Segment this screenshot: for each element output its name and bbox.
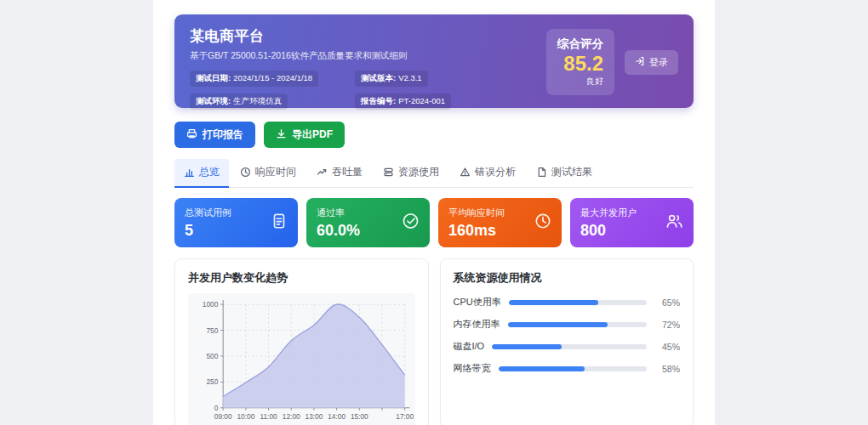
resource-usage-card: 系统资源使用情况 CPU使用率 65% 内存使用率 72% 磁盘I/O 45% [440,258,694,425]
resource-label: 网络带宽 [454,362,491,375]
tab-test-results[interactable]: 测试结果 [527,159,602,188]
svg-text:1000: 1000 [203,300,219,309]
resource-usage-title: 系统资源使用情况 [454,270,681,286]
resource-row-cpu: CPU使用率 65% [454,296,681,309]
export-pdf-label: 导出PDF [292,128,333,142]
progress-fill [499,366,585,371]
score-grade: 良好 [557,76,603,88]
page-title: 某电商平台 [190,26,451,46]
trend-chart-plot: 0250500750100009:0010:0011:0012:0013:001… [188,293,415,425]
resource-label: CPU使用率 [454,296,501,309]
report-header-left: 某电商平台 基于GB/T 25000.51-2016软件产品质量要求和测试细则 … [190,26,451,98]
svg-text:10:00: 10:00 [237,412,254,421]
warning-icon [460,167,471,178]
file-icon [536,167,547,178]
printer-icon [186,128,197,142]
progress-fill [492,344,562,349]
stat-total-cases: 总测试用例 5 [174,198,298,247]
stat-cards: 总测试用例 5 通过率 60.0% 平均响应时间 160ms 最大并发用户 80… [174,198,694,247]
tab-label: 总览 [199,165,220,179]
svg-text:12:00: 12:00 [283,412,300,421]
trend-chart-title: 并发用户数变化趋势 [188,270,415,286]
badge-label: 报告编号: [361,96,396,105]
tab-error-analysis[interactable]: 错误分析 [450,159,525,188]
badge-label: 测试环境: [196,96,231,105]
progress-track [508,322,648,327]
check-circle-icon [401,212,420,235]
download-icon [276,128,287,142]
tab-resource-usage[interactable]: 资源使用 [374,159,448,188]
login-button[interactable]: 登录 [625,50,678,75]
resource-rows: CPU使用率 65% 内存使用率 72% 磁盘I/O 45% 网络带宽 [454,296,681,375]
svg-text:15:00: 15:00 [351,412,368,421]
trend-chart-svg: 0250500750100009:0010:0011:0012:0013:001… [190,296,414,425]
stat-avg-response-time: 平均响应时间 160ms [438,198,562,247]
content-panels: 并发用户数变化趋势 0250500750100009:0010:0011:001… [174,258,694,425]
trend-icon [317,167,328,178]
score-label: 综合评分 [557,37,603,52]
report-page: 某电商平台 基于GB/T 25000.51-2016软件产品质量要求和测试细则 … [153,0,715,425]
login-label: 登录 [649,56,668,69]
badge-label: 测试版本: [361,73,396,82]
svg-text:17:00: 17:00 [396,412,413,421]
badge-value: 2024/1/15 - 2024/1/18 [233,73,312,82]
bar-chart-icon [184,167,195,178]
login-icon [635,56,645,68]
tab-throughput[interactable]: 吞吐量 [307,159,372,188]
tab-label: 吞吐量 [332,165,363,179]
print-report-button[interactable]: 打印报告 [174,122,255,148]
stat-pass-rate: 通过率 60.0% [306,198,430,247]
tab-label: 测试结果 [551,165,592,179]
svg-text:500: 500 [206,352,218,360]
server-icon [383,167,394,178]
tab-label: 资源使用 [398,165,439,179]
badge-report-id: 报告编号:PT-2024-001 [355,94,451,110]
users-icon [665,212,684,235]
resource-value: 65% [654,298,680,308]
resource-label: 磁盘I/O [454,340,485,353]
svg-text:13:00: 13:00 [306,412,323,421]
overall-score-box: 综合评分 85.2 良好 [546,29,614,95]
score-value: 85.2 [557,52,603,76]
resource-value: 72% [654,320,680,330]
resource-row-memory: 内存使用率 72% [454,318,681,331]
resource-value: 58% [654,364,680,374]
document-icon [270,212,288,234]
report-header-card: 某电商平台 基于GB/T 25000.51-2016软件产品质量要求和测试细则 … [174,14,694,108]
svg-text:0: 0 [214,404,219,412]
badge-value: 生产环境仿真 [233,96,282,105]
print-report-label: 打印报告 [203,128,243,142]
badge-value: V2.3.1 [398,73,421,82]
meta-badges: 测试日期:2024/1/15 - 2024/1/18 测试版本:V2.3.1 测… [190,71,451,110]
clock-icon [240,167,251,178]
tab-bar: 总览 响应时间 吞吐量 资源使用 错误分析 测试结果 [174,159,694,188]
resource-label: 内存使用率 [454,318,500,331]
progress-track [509,300,647,305]
resource-value: 45% [654,342,680,352]
svg-text:14:00: 14:00 [328,412,345,421]
progress-track [492,344,647,349]
tab-label: 错误分析 [475,165,516,179]
badge-label: 测试日期: [196,73,231,82]
svg-text:11:00: 11:00 [260,412,277,421]
badge-value: PT-2024-001 [398,96,445,105]
tab-label: 响应时间 [255,165,296,179]
tab-response-time[interactable]: 响应时间 [231,159,306,188]
resource-row-disk: 磁盘I/O 45% [454,340,681,353]
badge-test-env: 测试环境:生产环境仿真 [190,94,288,110]
clock-icon [534,212,552,234]
svg-text:09:00: 09:00 [214,412,232,421]
progress-track [499,366,648,371]
resource-row-network: 网络带宽 58% [454,362,681,375]
export-pdf-button[interactable]: 导出PDF [264,122,345,148]
trend-chart-card: 并发用户数变化趋势 0250500750100009:0010:0011:001… [174,258,429,425]
page-subtitle: 基于GB/T 25000.51-2016软件产品质量要求和测试细则 [190,50,451,62]
svg-text:750: 750 [206,326,218,334]
svg-text:250: 250 [206,377,218,386]
progress-fill [508,322,608,327]
badge-test-date: 测试日期:2024/1/15 - 2024/1/18 [190,71,318,87]
tab-overview[interactable]: 总览 [174,159,229,188]
badge-test-version: 测试版本:V2.3.1 [355,71,428,87]
report-header-right: 综合评分 85.2 良好 登录 [546,26,678,98]
progress-fill [509,300,598,305]
